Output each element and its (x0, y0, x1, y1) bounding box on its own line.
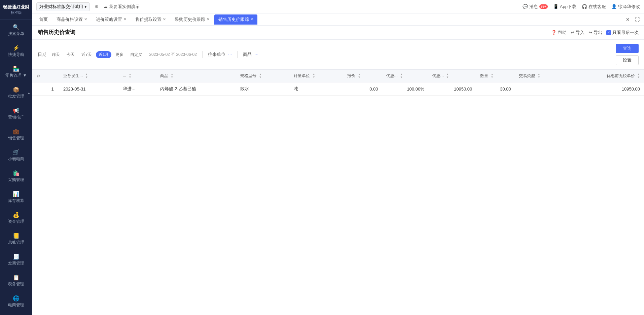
date-more[interactable]: 更多 (113, 51, 126, 58)
tab-price-extract[interactable]: 售价提取设置 ✕ (131, 14, 170, 25)
th-biz-date[interactable]: 业务发生... ▲▼ (59, 70, 119, 82)
sidebar-item-wholesale[interactable]: 📦 批发管理 (0, 82, 32, 103)
sidebar-item-purchase[interactable]: 🛍️ 采购管理 (0, 166, 32, 187)
gear-icon: ⚙ (36, 74, 40, 78)
sidebar-item-retail[interactable]: 🏪 零售管理 (0, 62, 32, 82)
export-button[interactable]: ↪ 导出 (588, 30, 602, 36)
th-price[interactable]: 报价 ▲▼ (343, 70, 382, 82)
sort-icons-unit: ▲▼ (313, 73, 315, 79)
tab-sales-history[interactable]: 销售历史价跟踪 ✕ (214, 14, 257, 25)
th-spec[interactable]: 规格型号 ▲▼ (236, 70, 290, 82)
date-today[interactable]: 今天 (64, 51, 77, 58)
from-unit-filter: 往来单位 ··· (208, 51, 232, 58)
tab-product-price[interactable]: 商品价格设置 ✕ (52, 14, 91, 25)
settings-button[interactable]: 设置 (616, 55, 639, 65)
filter-bar: 日期 昨天 今天 近7天 近1月 更多 自定义 2023-05-02 至 202… (32, 40, 644, 70)
messages-badge: 99+ (539, 4, 548, 9)
th-product[interactable]: 商品 ▲▼ (156, 70, 236, 82)
tab-purchase-history[interactable]: 采购历史价跟踪 ✕ (171, 14, 214, 25)
sidebar-item-accounting[interactable]: 📒 总账管理 (0, 229, 32, 249)
only-last-checkbox-label[interactable]: ✓ 只看最后一次 (606, 30, 639, 36)
window-maximize-button[interactable]: ⛶ (633, 15, 641, 24)
product-input[interactable]: ··· (254, 52, 258, 57)
user-menu[interactable]: 👤 徐泽华修改 (611, 4, 640, 10)
date-options: 昨天 今天 近7天 近1月 更多 自定义 (49, 51, 145, 58)
product-label: 商品 (243, 51, 252, 58)
th-tx-type[interactable]: 交易类型 ▲▼ (515, 70, 568, 82)
td-qty: 30.00 (476, 82, 515, 96)
tab-purchase-strategy[interactable]: 进价策略设置 ✕ (92, 14, 131, 25)
page-actions: ❓ 帮助 ↩ 导入 ↪ 导出 ✓ 只看最后一次 (551, 30, 639, 36)
app-download-button[interactable]: 📱 App下载 (553, 4, 576, 10)
purchase-icon: 🛍️ (3, 170, 30, 176)
sort-icons-discount1: ▲▼ (400, 73, 403, 79)
td-pretax-price: 10950.00 (568, 82, 644, 96)
date-7days[interactable]: 近7天 (79, 51, 95, 58)
sidebar-item-sales[interactable]: 💼 销售管理 (0, 124, 32, 145)
tab-bar: 首页 商品价格设置 ✕ 进价策略设置 ✕ 售价提取设置 ✕ 采购历史价跟踪 ✕ … (32, 13, 644, 26)
tax-icon: 📋 (3, 274, 30, 281)
tab-close-product-price[interactable]: ✕ (84, 17, 87, 22)
th-pretax-price[interactable]: 优惠前无税单价 ▲▼ (568, 70, 644, 82)
query-button[interactable]: 查询 (616, 44, 639, 53)
version-settings-icon[interactable]: ⚙ (93, 3, 101, 11)
sidebar-item-ecom[interactable]: 🌐 电商管理 (0, 291, 32, 312)
from-unit-input[interactable]: ··· (228, 52, 232, 57)
tab-home[interactable]: 首页 (35, 14, 52, 25)
top-bar: 好业财标准版交付试用 ▾ ⚙ ☁ 我要看实例演示 💬 消息 99+ 📱 App下… (32, 0, 644, 13)
help-icon: ❓ (551, 30, 557, 35)
th-discount1[interactable]: 优惠... ▲▼ (382, 70, 428, 82)
sidebar-item-search[interactable]: 🔍 搜索菜单 (0, 20, 32, 41)
sidebar-item-assets[interactable]: 🏢 固定资产 (0, 312, 32, 315)
sidebar-item-ecom-small[interactable]: 🛒 小畅电商 (0, 145, 32, 166)
sidebar-item-marketing[interactable]: 📢 营销推广 (0, 103, 32, 124)
version-selector[interactable]: 好业财标准版交付试用 ▾ (36, 2, 90, 11)
tab-close-purchase-history[interactable]: ✕ (207, 17, 210, 22)
td-product: 丙烯酸-2-乙基己酯 (156, 82, 236, 96)
demo-icon: ☁ (103, 4, 108, 9)
sidebar-item-tax[interactable]: 📋 税务管理 (0, 270, 32, 291)
th-gear[interactable]: ⚙ (32, 70, 46, 82)
logo-sub: 标准版 (3, 10, 30, 15)
table-row[interactable]: 1 2023-05-31 华进... 丙烯酸-2-乙基己酯 散水 吨 0.00 … (32, 82, 644, 96)
tab-close-price-extract[interactable]: ✕ (163, 17, 166, 22)
import-button[interactable]: ↩ 导入 (571, 30, 584, 36)
th-discount2[interactable]: 优惠... ▲▼ (428, 70, 476, 82)
sort-icons-tx-type: ▲▼ (538, 73, 540, 79)
messages-button[interactable]: 💬 消息 99+ (523, 4, 548, 10)
tab-close-purchase-strategy[interactable]: ✕ (123, 17, 127, 22)
td-more: 华进... (119, 82, 156, 96)
tab-close-sales-history[interactable]: ✕ (250, 17, 253, 22)
sidebar-item-invoice[interactable]: 🧾 发票管理 (0, 249, 32, 270)
table-body: 1 2023-05-31 华进... 丙烯酸-2-乙基己酯 散水 吨 0.00 … (32, 82, 644, 96)
td-discount2: 10950.00 (428, 82, 476, 96)
td-spec: 散水 (236, 82, 290, 96)
wholesale-icon: 📦 (3, 86, 30, 93)
td-discount1: 100.00% (382, 82, 428, 96)
sidebar: 畅捷通好业财 标准版 🔍 搜索菜单 ⚡ 快捷导航 🏪 零售管理 📦 批发管理 📢… (0, 0, 32, 315)
sidebar-item-finance[interactable]: 💰 资金管理 (0, 208, 32, 229)
demo-link[interactable]: ☁ 我要看实例演示 (103, 4, 140, 10)
date-yesterday[interactable]: 昨天 (49, 51, 63, 58)
td-number: 1 (46, 82, 59, 96)
logo-title: 畅捷通好业财 (3, 4, 30, 10)
td-price: 0.00 (343, 82, 382, 96)
help-button[interactable]: ❓ 帮助 (551, 30, 567, 36)
page-header: 销售历史价查询 ❓ 帮助 ↩ 导入 ↪ 导出 ✓ 只看最后一次 (32, 26, 644, 40)
window-close-button[interactable]: ✕ (624, 15, 632, 24)
user-icon: 👤 (611, 4, 617, 9)
sidebar-item-quicknav[interactable]: ⚡ 快捷导航 (0, 41, 32, 62)
date-1month[interactable]: 近1月 (96, 51, 112, 58)
th-number (46, 70, 59, 82)
invoice-icon: 🧾 (3, 253, 30, 260)
th-unit[interactable]: 计量单位 ▲▼ (290, 70, 343, 82)
headset-icon: 🎧 (582, 4, 587, 9)
th-more[interactable]: ... ▲▼ (119, 70, 156, 82)
sidebar-item-inventory[interactable]: 📊 库存核算 (0, 187, 32, 208)
date-range-display: 2023-05-02 至 2023-06-02 (149, 52, 196, 58)
date-custom[interactable]: 自定义 (128, 51, 145, 58)
only-last-checkbox[interactable]: ✓ (606, 30, 611, 35)
action-buttons: 查询 设置 (616, 44, 639, 65)
th-qty[interactable]: 数量 ▲▼ (476, 70, 515, 82)
online-service-button[interactable]: 🎧 在线客服 (582, 4, 606, 10)
